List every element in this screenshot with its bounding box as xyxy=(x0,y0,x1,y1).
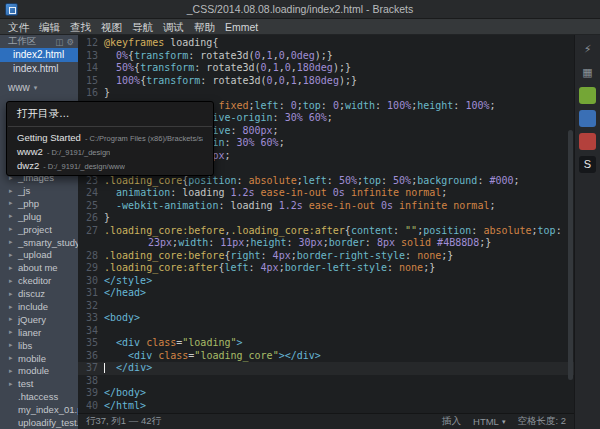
code-line[interactable]: 31</head> xyxy=(78,287,574,300)
code-line[interactable]: 25 -webkit-animation: loading 1.2s ease-… xyxy=(78,200,574,213)
code-line[interactable]: 14 50%{transform: rotate3d(0,1,0,180deg)… xyxy=(78,62,574,75)
code-line[interactable]: 35 <div class="loading"> xyxy=(78,337,574,350)
line-number: 36 xyxy=(78,350,104,363)
menu-item[interactable]: 编辑 xyxy=(34,19,65,35)
tree-item[interactable]: uploadify_test.php xyxy=(0,416,78,429)
tree-item-label: _js xyxy=(18,185,30,196)
tree-item[interactable]: ▸module xyxy=(0,365,78,378)
tree-item[interactable]: ▸ckeditor xyxy=(0,274,78,287)
tree-item[interactable]: ▸_smarty_study xyxy=(0,236,78,249)
editor[interactable]: 12@keyframes loading{13 0%{transform: ro… xyxy=(78,35,574,413)
working-files: index2.htmlindex.html xyxy=(0,48,78,76)
tree-item[interactable]: ▸test xyxy=(0,377,78,390)
tree-item[interactable]: ▸_plug xyxy=(0,210,78,223)
menu-item[interactable]: 查找 xyxy=(65,19,96,35)
code-line[interactable]: 39</body> xyxy=(78,387,574,400)
code-line[interactable]: 29.loading_core:after{left: 4px;border-l… xyxy=(78,262,574,275)
menu-item[interactable]: 文件 xyxy=(3,19,34,35)
code-line[interactable]: 23.loading_core{position: absolute;left:… xyxy=(78,175,574,188)
language-selector[interactable]: HTML ▾ xyxy=(473,416,505,427)
open-folder-item[interactable]: 打开目录… xyxy=(7,105,213,124)
extension-manager-icon[interactable]: ▦ xyxy=(579,64,596,81)
menu-item[interactable]: 视图 xyxy=(96,19,127,35)
code-text: .loading_core:before,.loading_core:after… xyxy=(104,225,574,250)
menu-item[interactable]: 调试 xyxy=(158,19,189,35)
line-number: 39 xyxy=(78,387,104,400)
code-line[interactable]: 37 </div> xyxy=(78,362,574,375)
live-preview-icon[interactable]: ⚡ xyxy=(579,41,596,58)
code-line[interactable]: 32 xyxy=(78,300,574,313)
folder-arrow-icon: ▸ xyxy=(9,199,15,207)
toolbar: ⚡▦S xyxy=(574,35,600,429)
recent-folder-item[interactable]: dwz2- D:/_9191/_design/www xyxy=(7,158,213,172)
code-line[interactable]: 28.loading_core:before{right: 4px;border… xyxy=(78,250,574,263)
tree-item-label: .htaccess xyxy=(18,391,58,402)
scrollbar-thumb[interactable] xyxy=(568,130,573,380)
code-line[interactable]: 27.loading_core:before,.loading_core:aft… xyxy=(78,225,574,250)
tree-item[interactable]: ▸_js xyxy=(0,184,78,197)
tree-item[interactable]: ▸_upload xyxy=(0,249,78,262)
tree-item[interactable]: ▸libs xyxy=(0,339,78,352)
code-line[interactable]: 26} xyxy=(78,212,574,225)
tree-item[interactable]: ▸discuz xyxy=(0,287,78,300)
tree-item[interactable]: my_index_01.php xyxy=(0,403,78,416)
recent-folder-item[interactable]: Getting Started- C:/Program Files (x86)/… xyxy=(7,130,213,144)
project-selector[interactable]: www ▾ xyxy=(0,82,78,93)
tree-item[interactable]: ▸jQuery xyxy=(0,313,78,326)
code-line[interactable]: 15 100%{transform: rotate3d(0,0,1,180deg… xyxy=(78,75,574,88)
line-number: 29 xyxy=(78,262,104,275)
working-file[interactable]: index.html xyxy=(0,62,78,76)
project-tree: ▸_images▸_js▸_php▸_plug▸_project▸_smarty… xyxy=(0,171,78,429)
recent-folder-path: - C:/Program Files (x86)/Brackets/sample… xyxy=(85,134,203,143)
menu-item[interactable]: 导航 xyxy=(127,19,158,35)
code-text: </head> xyxy=(104,287,574,300)
code-line[interactable]: 36 <div class="loading_core"></div> xyxy=(78,350,574,363)
extension-icon-s[interactable]: S xyxy=(579,156,596,173)
extension-icon-green[interactable] xyxy=(579,87,596,104)
insert-mode-toggle[interactable]: 插入 xyxy=(442,415,461,428)
recent-folder-item[interactable]: www2- D:/_9191/_design xyxy=(7,144,213,158)
code-line[interactable]: 40</html> xyxy=(78,400,574,413)
tree-item[interactable]: ▸_php xyxy=(0,197,78,210)
line-number: 12 xyxy=(78,37,104,50)
tree-item[interactable]: ▸lianer xyxy=(0,326,78,339)
code-line[interactable]: 24 animation: loading 1.2s ease-in-out 0… xyxy=(78,187,574,200)
menu-item[interactable]: 帮助 xyxy=(189,19,220,35)
tree-item-label: module xyxy=(18,365,49,376)
working-file[interactable]: index2.html xyxy=(0,48,78,62)
code-text: .loading_core:after{left: 4px;border-lef… xyxy=(104,262,574,275)
folder-arrow-icon: ▸ xyxy=(9,251,15,259)
sidebar: 工作区 ◫⚙ index2.htmlindex.html www ▾ ▸_ima… xyxy=(0,35,78,429)
line-number: 23 xyxy=(78,175,104,188)
folder-arrow-icon: ▸ xyxy=(9,187,15,195)
code-line[interactable]: 16} xyxy=(78,87,574,100)
code-line[interactable]: 30</style> xyxy=(78,275,574,288)
code-line[interactable]: 34 xyxy=(78,325,574,338)
line-number: 33 xyxy=(78,312,104,325)
code-line[interactable]: 38 xyxy=(78,375,574,388)
titlebar[interactable]: _CSS/2014.08.08.loading/index2.html - Br… xyxy=(0,0,600,19)
line-number: 25 xyxy=(78,200,104,213)
extension-icon-red[interactable] xyxy=(579,133,596,150)
brackets-window: _CSS/2014.08.08.loading/index2.html - Br… xyxy=(0,0,600,429)
tree-item[interactable]: ▸about me xyxy=(0,261,78,274)
code-text: </style> xyxy=(104,275,574,288)
code-line[interactable]: 12@keyframes loading{ xyxy=(78,37,574,50)
chevron-down-icon: ▾ xyxy=(502,418,506,426)
code-text: @keyframes loading{ xyxy=(104,37,574,50)
menu-item[interactable]: Emmet xyxy=(220,19,263,35)
gear-icon[interactable]: ⚙ xyxy=(66,37,74,47)
code-line[interactable]: 33<body> xyxy=(78,312,574,325)
folder-arrow-icon: ▸ xyxy=(9,380,15,388)
tree-item[interactable]: ▸_project xyxy=(0,223,78,236)
indent-setting[interactable]: 空格长度: 2 xyxy=(517,415,566,428)
line-number: 27 xyxy=(78,225,104,250)
extension-icon-blue[interactable] xyxy=(579,110,596,127)
split-view-icon[interactable]: ◫ xyxy=(55,37,63,47)
code-text xyxy=(104,300,574,313)
code-line[interactable]: 13 0%{transform: rotate3d(0,1,0,0deg);} xyxy=(78,50,574,63)
tree-item-label: _php xyxy=(18,198,39,209)
tree-item[interactable]: ▸include xyxy=(0,300,78,313)
tree-item[interactable]: ▸mobile xyxy=(0,352,78,365)
tree-item[interactable]: .htaccess xyxy=(0,390,78,403)
